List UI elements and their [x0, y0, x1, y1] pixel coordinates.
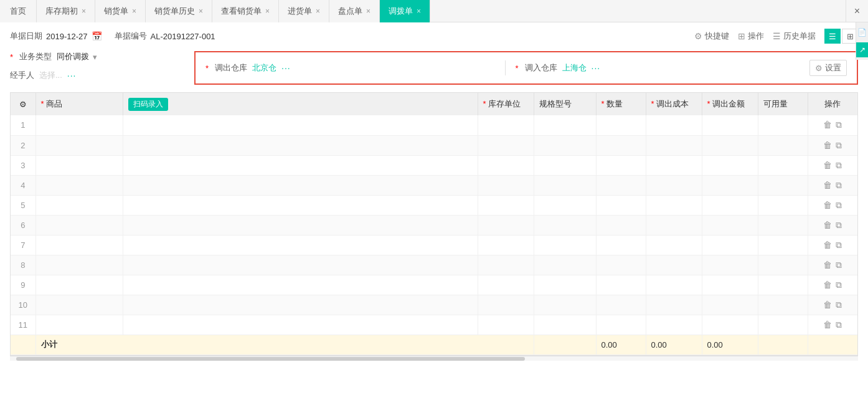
product-cell-6[interactable]: [35, 215, 123, 235]
delete-icon-row10[interactable]: 🗑: [823, 300, 832, 310]
product-cell-10[interactable]: [35, 295, 123, 315]
tab-inventory[interactable]: 盘点单 ×: [329, 0, 380, 22]
copy-icon-row5[interactable]: ⧉: [836, 200, 842, 210]
tab-transfer[interactable]: 调拨单 ×: [380, 0, 430, 22]
scan-input-button[interactable]: 扫码录入: [128, 98, 168, 111]
qty-cell-2[interactable]: [596, 135, 646, 155]
scrollbar-thumb[interactable]: [16, 357, 525, 361]
qty-cell-6[interactable]: [596, 215, 646, 235]
copy-icon-row4[interactable]: ⧉: [836, 180, 842, 190]
delete-icon-row9[interactable]: 🗑: [823, 280, 832, 290]
business-type-dropdown-icon[interactable]: ▾: [93, 52, 97, 62]
shortcut-action[interactable]: ⚙ 快捷键: [694, 31, 729, 42]
amount-cell-1[interactable]: [702, 115, 758, 135]
tab-purchase-order[interactable]: 进货单 ×: [279, 0, 329, 22]
col-gear[interactable]: ⚙: [11, 93, 35, 115]
spec-cell-5[interactable]: [534, 195, 596, 215]
unit-cell-2[interactable]: [478, 135, 534, 155]
copy-icon-row8[interactable]: ⧉: [836, 260, 842, 270]
delete-icon-row5[interactable]: 🗑: [823, 200, 832, 210]
spec-cell-7[interactable]: [534, 235, 596, 255]
tab-purchase-order-close[interactable]: ×: [316, 7, 320, 16]
spec-cell-2[interactable]: [534, 135, 596, 155]
amount-cell-6[interactable]: [702, 215, 758, 235]
warehouse-out-value[interactable]: 北京仓: [252, 62, 276, 74]
settings-button[interactable]: ⚙ 设置: [809, 60, 847, 76]
cost-cell-9[interactable]: [646, 275, 702, 295]
qty-cell-11[interactable]: [596, 315, 646, 335]
amount-cell-5[interactable]: [702, 195, 758, 215]
list-view-button[interactable]: ☰: [824, 29, 841, 44]
product-cell-3[interactable]: [35, 155, 123, 175]
delete-icon-row6[interactable]: 🗑: [823, 220, 832, 230]
tab-sales-order-close[interactable]: ×: [132, 7, 136, 16]
cost-cell-11[interactable]: [646, 315, 702, 335]
amount-cell-2[interactable]: [702, 135, 758, 155]
copy-icon-row2[interactable]: ⧉: [836, 140, 842, 150]
copy-icon-row11[interactable]: ⧉: [836, 320, 842, 330]
product-cell-7[interactable]: [35, 235, 123, 255]
spec-cell-6[interactable]: [534, 215, 596, 235]
warehouse-out-ellipsis-button[interactable]: ···: [281, 63, 291, 73]
horizontal-scrollbar[interactable]: [10, 356, 858, 361]
product-cell-11[interactable]: [35, 315, 123, 335]
handler-input[interactable]: 选择...: [39, 70, 62, 81]
cost-cell-7[interactable]: [646, 235, 702, 255]
amount-cell-3[interactable]: [702, 155, 758, 175]
amount-cell-10[interactable]: [702, 295, 758, 315]
cost-cell-2[interactable]: [646, 135, 702, 155]
delete-icon-row3[interactable]: 🗑: [823, 160, 832, 170]
product-cell-2[interactable]: [35, 135, 123, 155]
unit-cell-4[interactable]: [478, 175, 534, 195]
qty-cell-3[interactable]: [596, 155, 646, 175]
handler-ellipsis-button[interactable]: ···: [67, 70, 77, 80]
qty-cell-7[interactable]: [596, 235, 646, 255]
qty-cell-9[interactable]: [596, 275, 646, 295]
amount-cell-7[interactable]: [702, 235, 758, 255]
tab-transfer-close[interactable]: ×: [417, 7, 421, 16]
amount-cell-4[interactable]: [702, 175, 758, 195]
cost-cell-1[interactable]: [646, 115, 702, 135]
calendar-icon[interactable]: 📅: [92, 31, 102, 41]
qty-cell-1[interactable]: [596, 115, 646, 135]
amount-cell-9[interactable]: [702, 275, 758, 295]
spec-cell-4[interactable]: [534, 175, 596, 195]
amount-cell-11[interactable]: [702, 315, 758, 335]
product-cell-4[interactable]: [35, 175, 123, 195]
qty-cell-10[interactable]: [596, 295, 646, 315]
qty-cell-4[interactable]: [596, 175, 646, 195]
unit-cell-3[interactable]: [478, 155, 534, 175]
qty-cell-8[interactable]: [596, 255, 646, 275]
history-action[interactable]: ☰ 历史单据: [773, 31, 816, 42]
delete-icon-row8[interactable]: 🗑: [823, 260, 832, 270]
warehouse-in-value[interactable]: 上海仓: [562, 62, 587, 74]
tab-view-sales-close[interactable]: ×: [265, 7, 270, 16]
qty-cell-5[interactable]: [596, 195, 646, 215]
spec-cell-10[interactable]: [534, 295, 596, 315]
cost-cell-8[interactable]: [646, 255, 702, 275]
product-cell-5[interactable]: [35, 195, 123, 215]
delete-icon-row1[interactable]: 🗑: [823, 120, 832, 130]
right-tool-export[interactable]: ↗: [856, 42, 869, 57]
unit-cell-5[interactable]: [478, 195, 534, 215]
tab-inventory-close[interactable]: ×: [366, 7, 370, 16]
unit-cell-1[interactable]: [478, 115, 534, 135]
product-cell-8[interactable]: [35, 255, 123, 275]
cost-cell-6[interactable]: [646, 215, 702, 235]
right-tool-doc[interactable]: 📄: [856, 25, 869, 40]
product-cell-9[interactable]: [35, 275, 123, 295]
table-settings-icon[interactable]: ⚙: [19, 100, 27, 109]
tab-home[interactable]: 首页: [0, 0, 37, 22]
unit-cell-11[interactable]: [478, 315, 534, 335]
delete-icon-row4[interactable]: 🗑: [823, 180, 832, 190]
delete-icon-row2[interactable]: 🗑: [823, 140, 832, 150]
spec-cell-1[interactable]: [534, 115, 596, 135]
copy-icon-row10[interactable]: ⧉: [836, 300, 842, 310]
cost-cell-10[interactable]: [646, 295, 702, 315]
copy-icon-row7[interactable]: ⧉: [836, 240, 842, 250]
unit-cell-6[interactable]: [478, 215, 534, 235]
cost-cell-3[interactable]: [646, 155, 702, 175]
spec-cell-8[interactable]: [534, 255, 596, 275]
spec-cell-9[interactable]: [534, 275, 596, 295]
copy-icon-row3[interactable]: ⧉: [836, 160, 842, 170]
